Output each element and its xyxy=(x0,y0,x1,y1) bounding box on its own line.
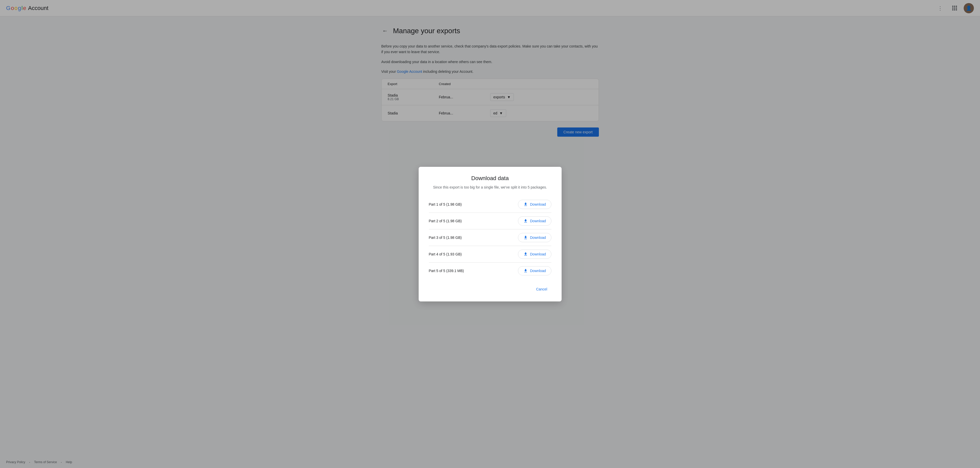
part-3-label: Part 3 of 5 (1.98 GB) xyxy=(429,236,462,240)
part-4-label: Part 4 of 5 (1.93 GB) xyxy=(429,252,462,256)
dialog-title: Download data xyxy=(429,175,551,182)
download-icon xyxy=(523,252,528,257)
dialog-parts-list: Part 1 of 5 (1.98 GB) Download Part 2 of… xyxy=(429,196,551,279)
download-icon xyxy=(523,219,528,223)
dialog-part-5: Part 5 of 5 (339.1 MB) Download xyxy=(429,263,551,279)
download-part-2-label: Download xyxy=(530,219,546,223)
download-part-1-label: Download xyxy=(530,202,546,206)
dialog-part-3: Part 3 of 5 (1.98 GB) Download xyxy=(429,229,551,246)
download-icon xyxy=(523,235,528,240)
download-part-5-label: Download xyxy=(530,269,546,273)
cancel-button[interactable]: Cancel xyxy=(532,285,551,293)
download-part-1-button[interactable]: Download xyxy=(518,200,551,209)
dialog-footer: Cancel xyxy=(429,283,551,293)
dialog-part-1: Part 1 of 5 (1.98 GB) Download xyxy=(429,196,551,213)
download-part-3-label: Download xyxy=(530,236,546,240)
download-icon xyxy=(523,202,528,207)
download-part-4-button[interactable]: Download xyxy=(518,249,551,259)
dialog-part-2: Part 2 of 5 (1.98 GB) Download xyxy=(429,213,551,229)
dialog-subtitle: Since this export is too big for a singl… xyxy=(429,185,551,190)
download-dialog: Download data Since this export is too b… xyxy=(418,167,562,302)
part-2-label: Part 2 of 5 (1.98 GB) xyxy=(429,219,462,223)
part-1-label: Part 1 of 5 (1.98 GB) xyxy=(429,202,462,206)
download-icon xyxy=(523,268,528,273)
download-part-2-button[interactable]: Download xyxy=(518,216,551,225)
part-5-label: Part 5 of 5 (339.1 MB) xyxy=(429,269,464,273)
modal-overlay: Download data Since this export is too b… xyxy=(0,0,980,468)
download-part-4-label: Download xyxy=(530,252,546,256)
download-part-5-button[interactable]: Download xyxy=(518,266,551,275)
download-part-3-button[interactable]: Download xyxy=(518,233,551,242)
dialog-part-4: Part 4 of 5 (1.93 GB) Download xyxy=(429,246,551,263)
